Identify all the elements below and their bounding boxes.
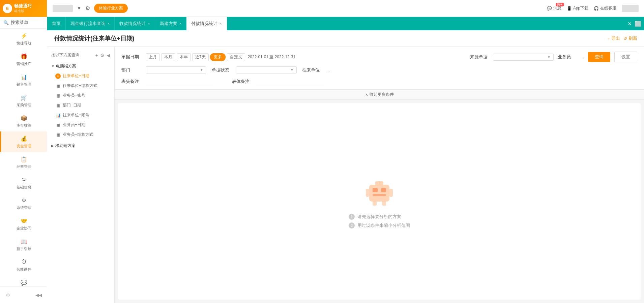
hint-1-text: 请先选择要分析的方案: [357, 214, 401, 220]
scheme-item-staff-settle[interactable]: ▦ 业务员+结算方式: [53, 130, 112, 140]
page-actions: ↑ 导出 ↺ 刷新: [608, 35, 638, 41]
scheme-table-icon-1: ▦: [55, 83, 61, 89]
add-scheme-btn[interactable]: +: [95, 53, 98, 58]
scheme-table-icon-4: ▦: [55, 122, 61, 128]
scheme-staff-date-label: 业务员+日期: [63, 122, 85, 128]
table-header-note-input[interactable]: [146, 78, 213, 85]
desktop-group-label: 电脑端方案: [56, 63, 76, 69]
date-btn-custom[interactable]: 自定义: [227, 53, 245, 61]
purchase-icon: 🛒: [20, 94, 28, 101]
brand-info: 畅捷通巧 标准版: [14, 3, 32, 13]
page-header: 付款情况统计(往来单位+日期) ↑ 导出 ↺ 刷新: [47, 30, 644, 47]
refresh-btn[interactable]: ↺ 刷新: [623, 35, 637, 41]
panel-collapse-btn[interactable]: ◀: [107, 53, 110, 58]
tab-new-scheme-close[interactable]: ×: [179, 22, 181, 26]
scheme-item-unit-account[interactable]: 📊 往来单位+账号: [53, 110, 112, 120]
sidebar-collapse-btn[interactable]: ◀◀: [34, 290, 43, 300]
sidebar-item-guide[interactable]: 📖 新手引导: [0, 234, 47, 255]
tab-home-label: 首页: [52, 21, 61, 27]
tab-bank-flow-close[interactable]: ×: [108, 22, 110, 26]
related-unit-value[interactable]: ...: [326, 68, 330, 72]
desktop-group-header[interactable]: ▼ 电脑端方案: [50, 61, 112, 71]
trial-btn[interactable]: 体验行业方案: [94, 4, 128, 13]
online-service-btn[interactable]: 🎧 在线客服: [594, 5, 616, 11]
sidebar-item-inventory[interactable]: 📦 库存核算: [0, 111, 47, 131]
message-badge: 99+: [556, 3, 564, 6]
sidebar-item-basic[interactable]: 🗂 基础信息: [0, 173, 47, 193]
scheme-unit-account-label: 往来单位+账号: [63, 112, 89, 118]
scheme-item-unit-date[interactable]: ● 往来单位+日期: [53, 71, 112, 81]
left-panel-icons: + ⚙ ◀: [95, 53, 110, 58]
quick-nav-icon: ⚡: [20, 32, 28, 39]
topbar-dropdown-btn[interactable]: ▼: [77, 6, 81, 11]
mobile-group-header[interactable]: ▶ 移动端方案: [50, 141, 112, 151]
date-btn-last-month[interactable]: 上月: [146, 53, 160, 61]
sidebar-item-cooperation[interactable]: 🤝 企业协同: [0, 214, 47, 234]
page-title: 付款情况统计(往来单位+日期): [54, 34, 135, 42]
message-btn[interactable]: 💬 消息 99+: [547, 5, 561, 11]
query-btn[interactable]: 查询: [588, 52, 610, 62]
scheme-item-staff-date[interactable]: ▦ 业务员+日期: [53, 120, 112, 130]
tab-maximize-btn[interactable]: ⬜: [635, 21, 641, 27]
sidebar-item-quick-nav[interactable]: ⚡ 快捷导航: [0, 29, 47, 49]
sidebar-item-operation[interactable]: 📋 经营管理: [0, 152, 47, 173]
collapse-more-btn[interactable]: ∧ 收起更多条件: [115, 89, 644, 99]
main-area: ▼ ⚙ 体验行业方案 💬 消息 99+ 📱 App下载 🎧 在线客服 首页: [47, 0, 644, 303]
settings-btn[interactable]: 设置: [614, 52, 637, 62]
staff-label: 业务员: [558, 54, 577, 60]
date-btn-7days[interactable]: 近7天: [192, 53, 209, 61]
hint-2-num: 2: [349, 222, 355, 229]
tab-collection-stats-close[interactable]: ×: [148, 22, 150, 26]
dept-select[interactable]: ▼: [146, 66, 206, 73]
scheme-item-unit-settle[interactable]: ▦ 往来单位+结算方式: [53, 81, 112, 91]
tab-payment-stats[interactable]: 付款情况统计 ×: [186, 17, 227, 30]
scheme-item-staff-account[interactable]: ▦ 业务员+账号: [53, 91, 112, 100]
sidebar-item-capital[interactable]: 💰 资金管理: [0, 131, 47, 152]
logo-icon: 6: [3, 4, 12, 13]
sidebar-item-hardware[interactable]: ⏱ 智能硬件: [0, 255, 47, 275]
doc-status-select[interactable]: ▼: [236, 66, 297, 73]
related-unit-label: 往来单位: [302, 67, 321, 73]
edition-label: 标准版: [14, 9, 32, 13]
sidebar-settings-btn[interactable]: ⚙: [3, 290, 13, 300]
table-body-note-input[interactable]: [256, 78, 324, 85]
sidebar-item-wechat[interactable]: 💬 企业微信: [0, 275, 47, 286]
tabbar-controls: ✕ ⬜: [625, 21, 644, 27]
tab-new-scheme[interactable]: 新建方案 ×: [155, 17, 186, 30]
topbar-gear-btn[interactable]: ⚙: [85, 5, 90, 11]
search-menu[interactable]: 🔍 搜索菜单: [0, 17, 47, 29]
staff-value[interactable]: ...: [581, 55, 584, 59]
brand-name: 畅捷通巧: [14, 3, 32, 9]
tab-payment-stats-close[interactable]: ×: [219, 22, 222, 26]
tab-home[interactable]: 首页: [47, 17, 66, 30]
wechat-icon: 💬: [20, 279, 28, 286]
sidebar-item-system[interactable]: ⚙ 系统管理: [0, 193, 47, 214]
mobile-group-arrow: ▶: [51, 144, 54, 148]
scheme-table-icon-2: ▦: [55, 93, 61, 98]
scheme-item-dept-date[interactable]: ▦ 部门+日期: [53, 100, 112, 110]
left-panel-header: 按以下方案查询 + ⚙ ◀: [47, 50, 114, 60]
tab-bank-flow[interactable]: 现金银行流水查询 ×: [66, 17, 115, 30]
date-btn-this-year[interactable]: 本年: [177, 53, 191, 61]
export-btn[interactable]: ↑ 导出: [608, 35, 620, 41]
app-icon: 📱: [567, 6, 572, 11]
scheme-unit-date-label: 往来单位+日期: [63, 73, 89, 79]
tab-collection-stats[interactable]: 收款情况统计 ×: [115, 17, 155, 30]
content-area: 付款情况统计(往来单位+日期) ↑ 导出 ↺ 刷新 按以下方案查询 +: [47, 30, 644, 303]
source-doc-select[interactable]: ▼: [493, 54, 554, 61]
basic-label: 基础信息: [17, 185, 31, 190]
date-btn-more[interactable]: 更多: [210, 53, 226, 61]
svg-rect-6: [366, 189, 369, 197]
tab-close-all-btn[interactable]: ✕: [627, 21, 632, 27]
sidebar-item-purchase[interactable]: 🛒 采购管理: [0, 90, 47, 111]
app-download-label: App下载: [573, 5, 588, 11]
user-avatar[interactable]: [622, 5, 639, 12]
desktop-scheme-group: ▼ 电脑端方案 ● 往来单位+日期 ▦ 往来单位+结算方式 ▦: [47, 61, 114, 140]
app-download-btn[interactable]: 📱 App下载: [567, 5, 588, 11]
export-label: 导出: [611, 35, 620, 41]
quick-nav-label: 快捷导航: [17, 41, 31, 46]
sidebar-item-sales[interactable]: 📊 销售管理: [0, 70, 47, 90]
scheme-settings-btn[interactable]: ⚙: [100, 53, 105, 58]
sidebar-item-marketing[interactable]: 🎁 营销推广: [0, 49, 47, 70]
date-btn-this-month[interactable]: 本月: [161, 53, 175, 61]
